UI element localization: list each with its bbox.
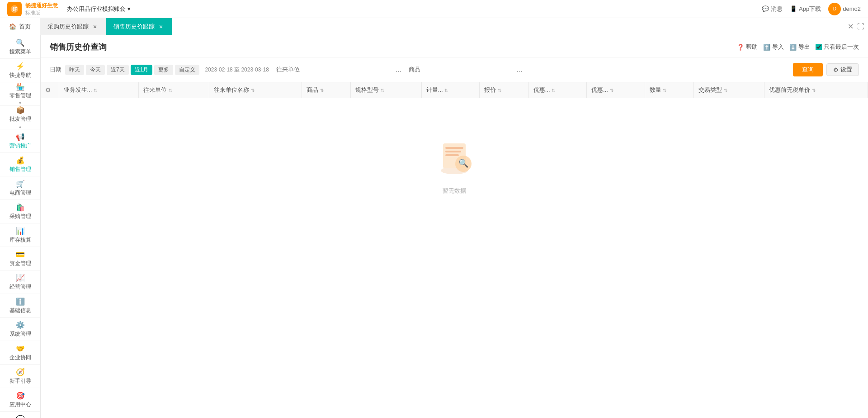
sidebar-item-enterprise[interactable]: 🤝 企业协同: [0, 341, 40, 365]
sort-icon-biz-date[interactable]: ⇅: [94, 88, 97, 93]
chevron-up-icon: ▴: [19, 124, 21, 129]
message-icon: 💬: [762, 5, 769, 12]
product-filter-field: 商品 ...: [409, 65, 522, 74]
sidebar-item-quick-nav[interactable]: ⚡ 快捷导航: [0, 59, 40, 82]
date-btn-more[interactable]: 更多: [154, 65, 173, 75]
app-download-button[interactable]: 📱 App下载: [790, 5, 821, 13]
sidebar-item-retail[interactable]: 🏪 零售管理 ▾: [0, 82, 40, 106]
sidebar-item-guide[interactable]: 🧭 新手引导: [0, 365, 40, 388]
tab-close-purchase[interactable]: ×: [91, 23, 99, 30]
sales-icon: 💰: [16, 156, 25, 165]
help-icon: ❓: [737, 44, 744, 51]
svg-rect-5: [445, 151, 461, 152]
date-range-display: 2023-02-18 至 2023-03-18: [205, 66, 269, 74]
tab-close-sales[interactable]: ×: [157, 23, 165, 30]
col-price[interactable]: 报价 ⇅: [480, 82, 528, 98]
settings-icon: ⚙: [833, 66, 839, 73]
search-icon: 🔍: [16, 38, 25, 47]
sort-icon-price[interactable]: ⇅: [498, 88, 501, 93]
col-unit[interactable]: 计量... ⇅: [421, 82, 479, 98]
sort-icon-partner-code[interactable]: ⇅: [169, 88, 172, 93]
close-all-tabs-button[interactable]: ✕: [848, 22, 854, 31]
guide-icon: 🧭: [16, 368, 25, 376]
date-btn-last7days[interactable]: 近7天: [107, 65, 129, 75]
col-spec[interactable]: 规格型号 ⇅: [351, 82, 421, 98]
partner-filter-field: 往来单位 ...: [276, 65, 401, 74]
query-button[interactable]: 查询: [793, 63, 823, 76]
tab-bar: 🏠 首页 采购历史价跟踪 × 销售历史价跟踪 × ✕ ⛶: [0, 18, 868, 35]
col-product[interactable]: 商品 ⇅: [302, 82, 350, 98]
tab-purchase-history[interactable]: 采购历史价跟踪 ×: [40, 18, 106, 35]
export-button[interactable]: ⬇️ 导出: [789, 43, 810, 51]
sidebar-item-search[interactable]: 🔍 搜索菜单: [0, 35, 40, 59]
col-partner-name[interactable]: 往来单位名称 ⇅: [209, 82, 302, 98]
sidebar-item-system[interactable]: ⚙️ 系统管理: [0, 318, 40, 341]
sidebar-item-inventory[interactable]: 📊 库存核算: [0, 223, 40, 247]
sidebar-item-ecommerce[interactable]: 🛒 电商管理: [0, 176, 40, 200]
product-input[interactable]: [423, 65, 514, 74]
date-btn-last1month[interactable]: 近1月: [131, 65, 153, 75]
chevron-down-icon: ▾: [127, 5, 131, 12]
sort-icon-unit[interactable]: ⇅: [444, 88, 448, 93]
help-button[interactable]: ❓ 帮助: [737, 43, 758, 51]
workspace-selector[interactable]: 办公用品行业模拟账套 ▾: [67, 5, 131, 13]
sidebar-item-finance[interactable]: 💳 资金管理: [0, 247, 40, 271]
col-pretax-price[interactable]: 优惠前无税单价 ⇅: [764, 82, 868, 98]
sidebar-item-appstore[interactable]: 🎯 应用中心: [0, 388, 40, 412]
sidebar: 🔍 搜索菜单 ⚡ 快捷导航 🏪 零售管理 ▾ 📦 批发管理 ▴ 📢 营销推广 💰…: [0, 35, 41, 418]
col-trade-type[interactable]: 交易类型 ⇅: [693, 82, 764, 98]
column-settings-gear[interactable]: ⚙: [45, 86, 51, 94]
table-container[interactable]: ⚙ 业务发生... ⇅ 往来单位 ⇅ 往来单位名称: [41, 82, 868, 418]
sidebar-item-basic-info[interactable]: ℹ️ 基础信息: [0, 294, 40, 318]
sidebar-item-wholesale[interactable]: 📦 批发管理 ▴: [0, 106, 40, 129]
settings-button[interactable]: ⚙ 设置: [826, 63, 859, 76]
product-dots-button[interactable]: ...: [516, 66, 522, 74]
only-last-checkbox[interactable]: [816, 44, 822, 50]
user-avatar-area[interactable]: D demo2: [828, 3, 861, 15]
inventory-icon: 📊: [16, 227, 25, 235]
date-btn-custom[interactable]: 自定义: [175, 65, 199, 75]
basic-info-icon: ℹ️: [16, 297, 25, 306]
content-area: 销售历史价查询 ❓ 帮助 ⬆️ 导入 ⬇️ 导出: [41, 35, 868, 418]
col-partner-code[interactable]: 往来单位 ⇅: [139, 82, 209, 98]
sort-icon-trade-type[interactable]: ⇅: [724, 88, 727, 93]
col-discount2[interactable]: 优惠... ⇅: [587, 82, 645, 98]
svg-rect-4: [445, 147, 463, 149]
page-header: 销售历史价查询 ❓ 帮助 ⬆️ 导入 ⬇️ 导出: [41, 35, 868, 57]
top-bar-right: 💬 消息 📱 App下载 D demo2: [762, 3, 861, 15]
sidebar-item-marketing[interactable]: 📢 营销推广: [0, 129, 40, 153]
sidebar-item-wechat[interactable]: 💬 企业微信: [0, 412, 40, 418]
appstore-icon: 🎯: [16, 391, 25, 400]
date-filter-options: 昨天 今天 近7天 近1月 更多 自定义: [65, 65, 199, 75]
maximize-button[interactable]: ⛶: [857, 23, 864, 31]
tab-home[interactable]: 🏠 首页: [0, 18, 40, 35]
sort-icon-pretax-price[interactable]: ⇅: [812, 88, 816, 93]
tab-sales-history[interactable]: 销售历史价跟踪 ×: [106, 18, 172, 35]
sidebar-item-operation[interactable]: 📈 经营管理: [0, 271, 40, 294]
operation-icon: 📈: [16, 274, 25, 282]
sidebar-item-purchase[interactable]: 🛍️ 采购管理: [0, 200, 40, 223]
partner-input[interactable]: [302, 65, 393, 74]
col-discount1[interactable]: 优惠... ⇅: [528, 82, 586, 98]
date-btn-today[interactable]: 今天: [86, 65, 105, 75]
sort-icon-product[interactable]: ⇅: [320, 88, 324, 93]
sort-icon-quantity[interactable]: ⇅: [663, 88, 666, 93]
col-quantity[interactable]: 数量 ⇅: [645, 82, 693, 98]
sidebar-item-sales[interactable]: 💰 销售管理: [0, 153, 40, 176]
col-biz-date[interactable]: 业务发生... ⇅: [59, 82, 139, 98]
filter-bar: 日期 昨天 今天 近7天 近1月 更多 自定义 2023-02-18 至 202…: [41, 57, 868, 82]
message-button[interactable]: 💬 消息: [762, 5, 783, 13]
quick-nav-icon: ⚡: [16, 62, 25, 71]
partner-dots-button[interactable]: ...: [396, 66, 401, 74]
home-icon: 🏠: [9, 23, 16, 30]
data-table: ⚙ 业务发生... ⇅ 往来单位 ⇅ 往来单位名称: [41, 82, 868, 98]
sort-icon-spec[interactable]: ⇅: [381, 88, 384, 93]
sort-icon-discount2[interactable]: ⇅: [610, 88, 613, 93]
sort-icon-partner-name[interactable]: ⇅: [251, 88, 255, 93]
date-btn-yesterday[interactable]: 昨天: [65, 65, 84, 75]
only-last-checkbox-area: 只看最后一次: [816, 43, 859, 51]
date-filter-group: 日期 昨天 今天 近7天 近1月 更多 自定义 2023-02-18 至 202…: [50, 65, 269, 75]
page-header-actions: ❓ 帮助 ⬆️ 导入 ⬇️ 导出 只看最后一次: [737, 43, 859, 51]
import-button[interactable]: ⬆️ 导入: [763, 43, 784, 51]
sort-icon-discount1[interactable]: ⇅: [552, 88, 555, 93]
